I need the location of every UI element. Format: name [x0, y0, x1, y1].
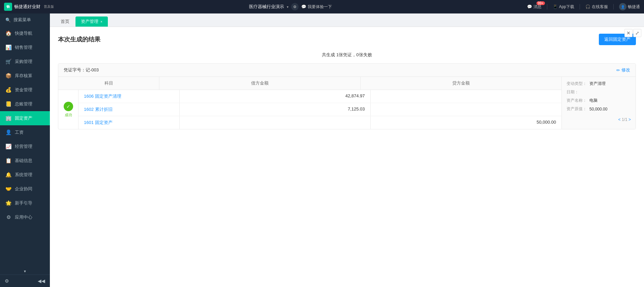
- original-value-value: 50,000.00: [589, 107, 607, 111]
- close-panel-button[interactable]: ✕: [624, 29, 633, 37]
- company-settings-icon[interactable]: ⚙: [291, 3, 299, 10]
- sidebar-item-search[interactable]: 🔍 搜索菜单: [0, 13, 50, 26]
- tab-close-icon[interactable]: ×: [100, 20, 102, 24]
- sidebar-item-label-purchase: 采购管理: [15, 59, 32, 65]
- tab-home[interactable]: 首页: [55, 17, 75, 27]
- inventory-icon: 📦: [5, 73, 11, 79]
- sidebar-item-funds[interactable]: 💰 资金管理: [0, 83, 50, 97]
- side-pagination: < 1/1 >: [566, 117, 631, 122]
- change-type-value: 资产清理: [589, 81, 606, 87]
- sidebar-item-fixed-assets[interactable]: 🏢 固定资产: [0, 111, 50, 125]
- table-row: 1602 累计折旧 7,125.03: [79, 103, 561, 116]
- sidebar-item-purchase[interactable]: 🛒 采购管理: [0, 55, 50, 69]
- sidebar-item-payroll[interactable]: 👤 工资: [0, 125, 50, 139]
- search-icon: 🔍: [5, 18, 11, 23]
- topbar: 畅 畅捷通好业财 普及版 医疗器械行业演示 ▾ ⚙ 💬 我要体验一下 💬 消息 …: [0, 0, 644, 13]
- table-row: 1606 固定资产清理 42,874.97: [79, 90, 561, 103]
- content-area: 首页 资产管理 × 本次生成的结果 返回固定资产 共生成 1张凭证，0张失败: [50, 13, 644, 287]
- edit-label: 修改: [621, 67, 630, 73]
- col-debit: 借方金额: [159, 77, 361, 90]
- asset-name-label: 资产名称：: [566, 98, 587, 103]
- funds-icon: 💰: [5, 87, 11, 93]
- voucher-number: 凭证字号：记-003: [64, 67, 99, 73]
- sidebar-settings-button[interactable]: ⚙: [5, 278, 9, 284]
- sidebar-bottom: ⚙ ◀◀: [0, 275, 50, 287]
- row1-subject[interactable]: 1606 固定资产清理: [79, 90, 180, 103]
- sidebar-item-label-funds: 资金管理: [15, 87, 32, 93]
- success-circle: ✓: [64, 102, 73, 111]
- sidebar-item-enterprise[interactable]: 🤝 企业协同: [0, 182, 50, 196]
- app-icon: 📱: [553, 4, 558, 9]
- trial-button[interactable]: 💬 我要体验一下: [301, 4, 332, 10]
- sidebar-item-label-app-center: 应用中心: [15, 214, 32, 220]
- sidebar-item-label-fixed-assets: 固定资产: [15, 115, 32, 121]
- home-icon: 🏠: [5, 30, 11, 36]
- tab-bar: 首页 资产管理 ×: [50, 13, 644, 27]
- scroll-down-arrow[interactable]: ▼: [0, 268, 50, 275]
- sidebar: 🔍 搜索菜单 🏠 快捷导航 📊 销售管理 🛒 采购管理 📦 库存核算: [0, 13, 50, 287]
- sidebar-item-label-sales: 销售管理: [15, 44, 32, 51]
- sidebar-item-inventory[interactable]: 📦 库存核算: [0, 69, 50, 83]
- col-credit: 贷方金额: [361, 77, 562, 90]
- voucher-table: 科目 借方金额 贷方金额 ✓ 成功: [58, 77, 561, 129]
- edit-button[interactable]: ✏ 修改: [616, 67, 630, 73]
- message-button[interactable]: 💬 消息 99+: [527, 4, 542, 10]
- sidebar-item-label-payroll: 工资: [15, 129, 24, 135]
- topbar-left: 畅 畅捷通好业财 普及版: [4, 3, 54, 11]
- sidebar-item-label-basic-info: 基础信息: [15, 158, 32, 164]
- ledger-icon: 📒: [5, 101, 11, 107]
- business-icon: 📈: [5, 144, 11, 150]
- sidebar-item-ledger[interactable]: 📒 总账管理: [0, 97, 50, 111]
- sidebar-item-guide[interactable]: 🌟 新手引导: [0, 196, 50, 210]
- divider-1: [547, 4, 547, 9]
- app-download-button[interactable]: 📱 App下载: [553, 4, 574, 10]
- user-name: 畅捷通: [628, 4, 640, 10]
- sidebar-item-sales[interactable]: 📊 销售管理: [0, 40, 50, 55]
- app-name: 畅捷通好业财: [14, 4, 40, 10]
- expand-panel-button[interactable]: ⤢: [633, 29, 641, 37]
- table-header: 科目 借方金额 贷方金额: [58, 77, 561, 90]
- table-row-wrapper: ✓ 成功 1606 固定资产清理 42,874.97: [58, 90, 561, 129]
- basic-info-icon: 📋: [5, 158, 11, 164]
- sidebar-item-label-guide: 新手引导: [15, 200, 32, 206]
- enterprise-icon: 🤝: [5, 186, 11, 192]
- system-icon: 🔔: [5, 172, 11, 178]
- message-icon: 💬: [527, 4, 532, 9]
- original-value-label: 资产原值：: [566, 106, 587, 112]
- user-button[interactable]: 👤 畅捷通: [619, 3, 640, 10]
- sidebar-item-system[interactable]: 🔔 系统管理: [0, 168, 50, 182]
- online-service-button[interactable]: 🎧 在线客服: [585, 4, 608, 10]
- row1-debit: 42,874.97: [180, 90, 371, 103]
- row2-subject[interactable]: 1602 累计折旧: [79, 103, 180, 116]
- success-indicator: ✓ 成功: [58, 90, 79, 129]
- voucher-body: 科目 借方金额 贷方金额 ✓ 成功: [58, 77, 636, 129]
- company-dropdown-icon[interactable]: ▾: [287, 5, 288, 9]
- row3-subject[interactable]: 1601 固定资产: [79, 116, 180, 129]
- sidebar-item-label-search: 搜索菜单: [13, 17, 31, 23]
- tab-asset-management[interactable]: 资产管理 ×: [75, 17, 108, 27]
- avatar: 👤: [619, 3, 626, 10]
- pagination-text: 1/1: [622, 117, 628, 122]
- app-center-icon: ⚙: [5, 214, 11, 220]
- row2-credit: [371, 103, 562, 116]
- company-name: 医疗器械行业演示: [249, 4, 284, 10]
- main-layout: 🔍 搜索菜单 🏠 快捷导航 📊 销售管理 🛒 采购管理 📦 库存核算: [0, 13, 644, 287]
- sidebar-item-basic-info[interactable]: 📋 基础信息: [0, 154, 50, 168]
- row3-debit: [180, 116, 371, 129]
- sidebar-item-label-system: 系统管理: [15, 172, 32, 178]
- sidebar-collapse-button[interactable]: ◀◀: [38, 278, 45, 284]
- tab-home-label: 首页: [61, 19, 69, 25]
- success-text: 成功: [65, 113, 72, 118]
- page-header: 本次生成的结果 返回固定资产: [58, 34, 636, 45]
- sales-icon: 📊: [5, 44, 11, 51]
- sidebar-item-quick-nav[interactable]: 🏠 快捷导航: [0, 26, 50, 40]
- sidebar-item-business[interactable]: 📈 经营管理: [0, 139, 50, 154]
- voucher-side-panel: 变动类型： 资产清理 日期： 资产名称： 电脑 资产原值：: [561, 77, 636, 129]
- sidebar-item-label-business: 经营管理: [15, 144, 32, 150]
- prev-page-button[interactable]: <: [618, 117, 621, 122]
- page-content: 本次生成的结果 返回固定资产 共生成 1张凭证，0张失败 凭证字号：记-003 …: [50, 27, 644, 287]
- sidebar-item-app-center[interactable]: ⚙ 应用中心: [0, 210, 50, 224]
- right-controls: ✕ ⤢: [622, 27, 644, 39]
- next-page-button[interactable]: >: [628, 117, 631, 122]
- trial-label: 我要体验一下: [308, 4, 332, 10]
